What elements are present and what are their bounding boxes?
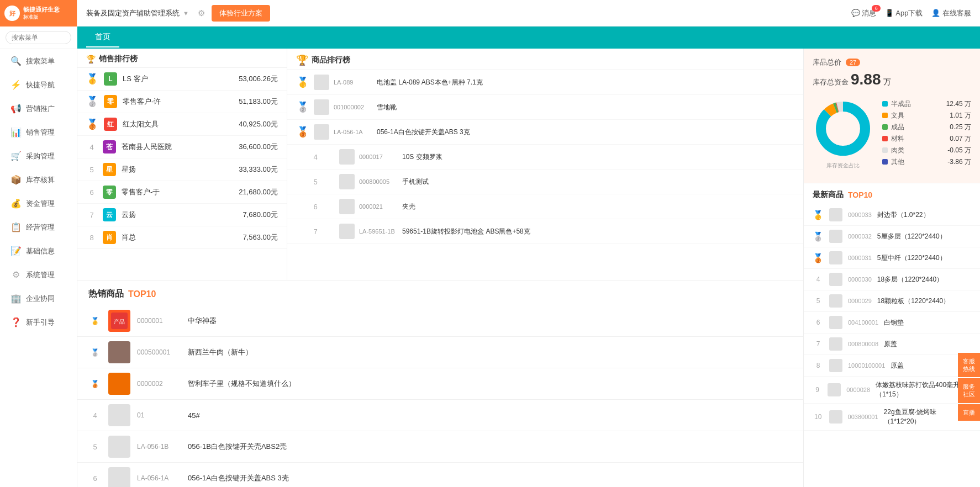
sidebar-item-sales[interactable]: 📊 销售管理 <box>0 120 77 144</box>
hot-item-3[interactable]: 🥉 0000002 智利车子里（规格不知道填什么） <box>77 368 803 400</box>
newest-row-5[interactable]: 5 0000029 18颗粒板（1220*2440） <box>804 290 980 312</box>
medal-icon: 🥈 <box>296 101 309 113</box>
product-name: 手机测试 <box>402 177 794 187</box>
product-rank-row-7[interactable]: 7 LA-59651-1B 59651-1B旋转投影灯电池盒 ABS黑色+58克 <box>287 219 803 244</box>
hot-item-thumb <box>108 404 130 426</box>
rank-row-5[interactable]: 5 星 星扬 33,333.00元 <box>77 158 287 181</box>
message-btn[interactable]: 💬 消息 6 <box>851 8 877 18</box>
search-input[interactable] <box>6 31 71 44</box>
inventory-unit: 万 <box>883 77 891 87</box>
settings-icon[interactable]: ⚙ <box>198 8 205 18</box>
hot-rank-num: 5 <box>88 443 102 451</box>
product-rank-row-5[interactable]: 5 000800005 手机测试 <box>287 170 803 194</box>
newest-thumb <box>828 383 841 396</box>
svg-rect-0 <box>316 77 327 88</box>
legend-val: 0.07 万 <box>950 134 971 144</box>
product-code: LA-59651-1B <box>359 228 398 235</box>
inventory-amount: 9.88 <box>851 71 881 88</box>
online-service-btn[interactable]: 👤 在线客服 <box>931 8 971 18</box>
newest-row-8[interactable]: 8 10000100001 原盖 <box>804 355 980 377</box>
rank-badge: 肖 <box>103 231 116 244</box>
rank-row-7[interactable]: 7 云 云扬 7,680.00元 <box>77 204 287 226</box>
sidebar-item-basic-info[interactable]: 📝 基础信息 <box>0 239 77 263</box>
tab-home[interactable]: 首页 <box>86 28 119 47</box>
hot-item-1[interactable]: 🥇 产品 0000001 中华神器 <box>77 305 803 337</box>
svg-text:产品: 产品 <box>114 319 125 325</box>
product-rank-row-4[interactable]: 4 0000017 10S 变频罗浆 <box>287 145 803 170</box>
rank-row-3[interactable]: 🥉 红 红太阳文具 40,925.00元 <box>77 113 287 136</box>
svg-rect-3 <box>341 151 352 162</box>
search-area[interactable] <box>0 27 77 49</box>
legend-row-0: 半成品 12.45 万 <box>882 99 971 109</box>
newest-name: 5厘多层（1220*2440） <box>877 232 946 241</box>
newest-row-4[interactable]: 4 0000030 18多层（1220*2440） <box>804 269 980 290</box>
legend-dot <box>882 136 888 141</box>
hot-rank-num: 🥇 <box>88 317 102 325</box>
sidebar-item-operations[interactable]: 📋 经营管理 <box>0 215 77 239</box>
sidebar-item-purchase[interactable]: 🛒 采购管理 <box>0 144 77 168</box>
rank-name: LS 客户 <box>123 74 233 84</box>
sidebar-item-label: 资金管理 <box>26 199 55 209</box>
sidebar-item-company[interactable]: 🏢 企业协同 <box>0 287 77 310</box>
dropdown-arrow-icon[interactable]: ▼ <box>183 10 189 17</box>
hot-rank-num: 6 <box>88 474 102 483</box>
newest-thumb <box>829 359 842 372</box>
product-code: 0000017 <box>359 153 398 160</box>
product-rank-row-1[interactable]: 🥇 LA-089 电池盖 LA-089 ABS本色+黑种 7.1克 <box>287 70 803 95</box>
rank-amount: 40,925.00元 <box>239 119 278 129</box>
rank-row-8[interactable]: 8 肖 肖总 7,563.00元 <box>77 226 287 249</box>
newest-row-1[interactable]: 🥇 0000033 封边带（1.0*22） <box>804 204 980 226</box>
rank-name: 零售客户-许 <box>123 97 233 107</box>
rank-amount: 21,680.00元 <box>239 187 278 197</box>
product-name: 雪地靴 <box>377 103 794 112</box>
newest-title: 最新商品 <box>813 190 844 200</box>
float-btn-community[interactable]: 服务 社区 <box>958 378 980 403</box>
sidebar-item-inventory[interactable]: 📦 库存核算 <box>0 168 77 192</box>
newest-code: 003800001 <box>848 414 878 420</box>
newest-row-6[interactable]: 6 004100001 白钢垫 <box>804 312 980 334</box>
sidebar-item-finance[interactable]: 💰 资金管理 <box>0 192 77 215</box>
trial-btn[interactable]: 体验行业方案 <box>212 5 270 22</box>
app-download-btn[interactable]: 📱 App下载 <box>885 8 923 18</box>
topbar: 装备及固定资产辅助管理系统 ▼ ⚙ 体验行业方案 💬 消息 6 📱 App下载 … <box>77 0 980 27</box>
newest-row-3[interactable]: 🥉 0000031 5厘中纤（1220*2440） <box>804 247 980 269</box>
newest-name: 18颗粒板（1220*2440） <box>877 297 950 306</box>
sidebar-item-label: 销售管理 <box>26 128 55 137</box>
rank-row-6[interactable]: 6 零 零售客户-于 21,680.00元 <box>77 181 287 204</box>
float-btn-live[interactable]: 直播 <box>958 404 980 421</box>
hot-item-thumb <box>108 436 130 458</box>
product-thumb <box>314 75 329 90</box>
inventory-count-badge: 27 <box>846 59 860 66</box>
trophy-icon: 🏆 <box>86 55 96 63</box>
sidebar: 好 畅捷通好生意 标准版 🔍 搜索菜单 ⚡ 快捷导航 📢 营销推广 📊 销售管理… <box>0 0 77 487</box>
newest-row-9[interactable]: 9 0000028 体嫩荔枝味苏打饮品400毫升（1*15） <box>804 377 980 404</box>
rank-row-4[interactable]: 4 苍 苍南县人民医院 36,600.00元 <box>77 136 287 158</box>
donut-legend: 半成品 12.45 万 文具 1.01 万 成品 0.25 万 <box>882 99 971 169</box>
product-rank-row-6[interactable]: 6 0000021 夹壳 <box>287 194 803 219</box>
newest-row-2[interactable]: 🥈 0000032 5厘多层（1220*2440） <box>804 226 980 247</box>
newest-thumb <box>829 273 842 286</box>
rank-row-2[interactable]: 🥈 零 零售客户-许 51,183.00元 <box>77 91 287 113</box>
main-area: 装备及固定资产辅助管理系统 ▼ ⚙ 体验行业方案 💬 消息 6 📱 App下载 … <box>77 0 980 487</box>
hot-item-2[interactable]: 🥈 000500001 新西兰牛肉（新牛） <box>77 337 803 368</box>
hot-item-6[interactable]: 6 LA-056-1A 056-1A白色按键开关盖ABS 3壳 <box>77 463 803 487</box>
product-name: 夹壳 <box>402 202 794 211</box>
svg-rect-9 <box>111 344 128 361</box>
newest-row-7[interactable]: 7 000800008 原盖 <box>804 334 980 355</box>
hot-item-5[interactable]: 5 LA-056-1B 056-1B白色按键开关壳ABS2壳 <box>77 431 803 463</box>
inventory-total-label: 库存总资金 <box>813 77 849 87</box>
sidebar-item-search[interactable]: 🔍 搜索菜单 <box>0 49 77 73</box>
newest-row-10[interactable]: 10 003800001 22g鱼豆腐·烧烤味（1*12*20） <box>804 404 980 431</box>
legend-name: 其他 <box>891 157 944 167</box>
product-rank-row-2[interactable]: 🥈 001000002 雪地靴 <box>287 95 803 120</box>
newest-num: 8 <box>813 362 824 369</box>
rank-row-1[interactable]: 🥇 L LS 客户 53,006.26元 <box>77 68 287 91</box>
sidebar-item-system[interactable]: ⚙ 系统管理 <box>0 263 77 287</box>
product-rank-row-3[interactable]: 🥉 LA-056-1A 056-1A白色按键开关盖ABS 3克 <box>287 120 803 145</box>
sidebar-item-quick-nav[interactable]: ⚡ 快捷导航 <box>0 73 77 97</box>
sidebar-item-marketing[interactable]: 📢 营销推广 <box>0 97 77 120</box>
float-btn-service[interactable]: 客服 热线 <box>958 353 980 378</box>
message-icon: 💬 <box>851 9 860 17</box>
sidebar-item-guide[interactable]: ❓ 新手引导 <box>0 310 77 334</box>
hot-item-4[interactable]: 4 01 45# <box>77 400 803 431</box>
